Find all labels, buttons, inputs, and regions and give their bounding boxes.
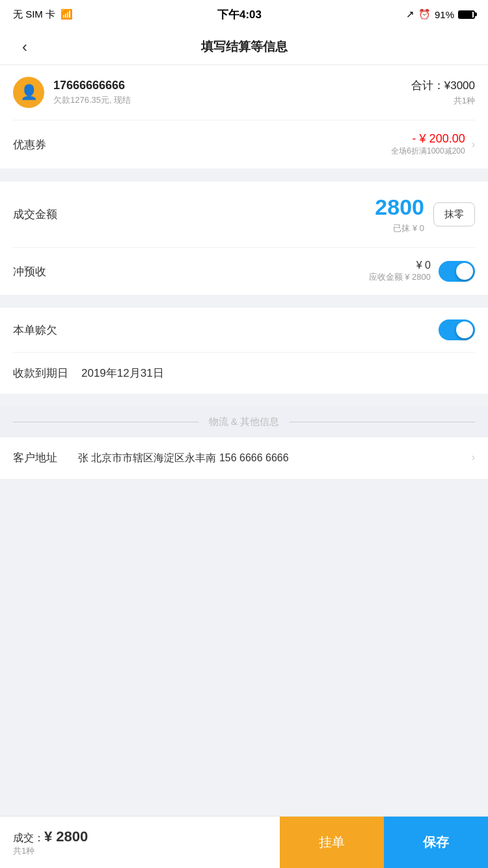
user-total-count: 共1种 (411, 95, 475, 107)
deal-amount-value-area: 2800 已抹 ¥ 0 抹零 (65, 195, 475, 234)
total-amount: ¥3000 (444, 79, 475, 92)
deal-amount-sub: 已抹 ¥ 0 (375, 223, 424, 234)
carrier-text: 无 SIM 卡 (13, 8, 55, 21)
prepayment-row: 冲预收 ¥ 0 应收金额 ¥ 2800 (0, 248, 488, 295)
toggle-knob (456, 263, 473, 280)
debt-off-section: 本单赊欠 收款到期日 2019年12月31日 (0, 308, 488, 394)
logistics-line-right (290, 422, 475, 422)
battery-fill (459, 12, 472, 18)
wifi-icon: 📶 (61, 8, 73, 20)
bottom-deal-label: 成交： (13, 832, 44, 843)
debt-toggle-knob (456, 321, 473, 338)
nav-bar: ‹ 填写结算等信息 (0, 29, 488, 65)
save-button[interactable]: 保存 (384, 817, 488, 868)
user-subtext: 欠款1276.35元, 现结 (53, 94, 411, 106)
coupon-info: - ¥ 200.00 全场6折满1000减200 (391, 132, 465, 157)
status-left: 无 SIM 卡 📶 (13, 8, 73, 21)
gray-separator-3 (0, 400, 488, 407)
page-title: 填写结算等信息 (201, 38, 288, 55)
back-button[interactable]: ‹ (10, 33, 39, 61)
coupon-arrow-icon: › (472, 139, 475, 150)
prepayment-right: ¥ 0 应收金额 ¥ 2800 (369, 260, 475, 283)
address-row[interactable]: 客户地址 张 北京市市辖区海淀区永丰南 156 6666 6666 › (0, 437, 488, 479)
battery-percent: 91% (435, 9, 454, 20)
deal-amount-row: 成交金额 2800 已抹 ¥ 0 抹零 (0, 182, 488, 247)
prepayment-toggle[interactable] (439, 261, 475, 282)
coupon-desc: 全场6折满1000减200 (391, 146, 465, 157)
coupon-row[interactable]: 优惠券 - ¥ 200.00 全场6折满1000减200 › (0, 120, 488, 169)
coupon-label: 优惠券 (13, 137, 391, 152)
gray-separator-1 (0, 175, 488, 182)
status-time: 下午4:03 (217, 7, 262, 22)
address-arrow-icon: › (472, 452, 475, 463)
bottom-count: 共1种 (13, 845, 267, 857)
address-value: 张 北京市市辖区海淀区永丰南 156 6666 6666 (65, 450, 472, 466)
bottom-deal-amount: ¥ 2800 (44, 828, 88, 845)
logistics-line-left (13, 422, 198, 422)
deal-amount-section: 成交金额 2800 已抹 ¥ 0 抹零 冲预收 ¥ 0 应收金额 ¥ 2800 (0, 182, 488, 295)
status-right: ↗ ⏰ 91% (406, 8, 475, 20)
due-date-label: 收款到期日 (13, 366, 68, 381)
user-info-section: 👤 17666666666 欠款1276.35元, 现结 合计：¥3000 共1… (0, 65, 488, 169)
user-phone: 17666666666 (53, 79, 411, 92)
user-total: 合计：¥3000 共1种 (411, 78, 475, 107)
bottom-bar: 成交：¥ 2800 共1种 挂单 保存 (0, 816, 488, 868)
logistics-separator: 物流 & 其他信息 (0, 407, 488, 437)
deal-amount-label: 成交金额 (13, 207, 65, 222)
avatar: 👤 (13, 77, 44, 108)
address-label: 客户地址 (13, 450, 65, 465)
status-bar: 无 SIM 卡 📶 下午4:03 ↗ ⏰ 91% (0, 0, 488, 29)
address-section: 客户地址 张 北京市市辖区海淀区永丰南 156 6666 6666 › (0, 437, 488, 479)
gray-separator-2 (0, 301, 488, 308)
avatar-icon: 👤 (20, 84, 38, 101)
prepayment-sub: 应收金额 ¥ 2800 (369, 271, 431, 283)
coupon-discount: - ¥ 200.00 (391, 132, 465, 146)
content-area: 👤 17666666666 欠款1276.35元, 现结 合计：¥3000 共1… (0, 65, 488, 544)
logistics-text: 物流 & 其他信息 (209, 416, 279, 428)
deal-amount-number: 2800 (375, 195, 424, 220)
due-date-row: 收款到期日 2019年12月31日 (0, 353, 488, 394)
debt-off-toggle[interactable] (439, 319, 475, 340)
battery-icon (458, 10, 475, 19)
user-total-amount: 合计：¥3000 (411, 78, 475, 93)
location-icon: ↗ (406, 8, 414, 20)
user-info: 17666666666 欠款1276.35元, 现结 (53, 79, 411, 106)
bottom-summary: 成交：¥ 2800 共1种 (0, 817, 280, 868)
round-off-button[interactable]: 抹零 (433, 202, 475, 226)
hang-order-button[interactable]: 挂单 (280, 817, 384, 868)
amount-with-sub: 2800 已抹 ¥ 0 (375, 195, 424, 234)
prepayment-label: 冲预收 (13, 264, 369, 279)
due-date-value: 2019年12月31日 (81, 366, 164, 381)
back-icon: ‹ (22, 38, 27, 56)
prepayment-amount-sub: ¥ 0 应收金额 ¥ 2800 (369, 260, 431, 283)
debt-off-row: 本单赊欠 (0, 308, 488, 352)
bottom-spacer (0, 485, 488, 544)
prepayment-toggle-wrapper: ¥ 0 应收金额 ¥ 2800 (369, 260, 475, 283)
bottom-deal-line: 成交：¥ 2800 (13, 828, 267, 845)
debt-off-label: 本单赊欠 (13, 323, 439, 338)
prepayment-amount: ¥ 0 (369, 260, 431, 271)
user-row: 👤 17666666666 欠款1276.35元, 现结 合计：¥3000 共1… (0, 65, 488, 120)
alarm-icon: ⏰ (418, 8, 431, 20)
total-label: 合计： (411, 79, 444, 92)
